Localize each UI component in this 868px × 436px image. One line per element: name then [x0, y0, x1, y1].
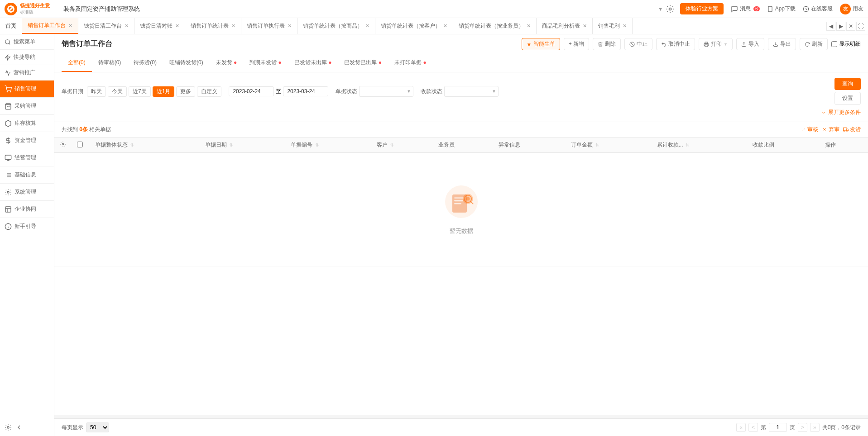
sidebar-item-inventory[interactable]: 库存核算	[0, 115, 54, 132]
tab-close-all[interactable]: ✕	[846, 22, 855, 31]
sort-amount-icon[interactable]: ⇅	[595, 142, 599, 147]
filter-tab-shipped-out[interactable]: 已发货已出库 ●	[338, 54, 388, 72]
date-btn-7days[interactable]: 近7天	[129, 86, 151, 97]
sidebar-item-sales[interactable]: 销售管理	[0, 81, 54, 98]
show-detail-checkbox[interactable]	[831, 41, 837, 47]
page-first-btn[interactable]: «	[736, 423, 746, 432]
sidebar-item-newbie[interactable]: 新手引导	[0, 218, 54, 235]
svg-rect-35	[844, 128, 847, 131]
sort-status-icon[interactable]: ⇅	[130, 142, 134, 147]
date-from-input[interactable]	[229, 86, 274, 96]
th-customer: 客户 ⇅	[371, 137, 433, 153]
import-btn[interactable]: 导入	[736, 38, 764, 50]
date-btn-yesterday[interactable]: 昨天	[87, 86, 106, 97]
page-size-select[interactable]: 50 100 200	[86, 422, 109, 432]
user-btn[interactable]: 友 用友	[840, 4, 863, 14]
app-download-btn[interactable]: App下载	[767, 5, 796, 13]
date-btn-today[interactable]: 今天	[108, 86, 127, 97]
cancel-stop-btn[interactable]: 取消中止	[656, 38, 695, 50]
tab-maximize[interactable]: ⛶	[856, 22, 865, 31]
tab-product-margin[interactable]: 商品毛利分析表 ✕	[537, 18, 593, 34]
sort-customer-icon[interactable]: ⇅	[390, 142, 393, 147]
filter-tab-expired-not-shipped[interactable]: 到期未发货 ●	[243, 54, 288, 72]
bottom-scroll[interactable]	[54, 415, 868, 418]
tab-cash-goods[interactable]: 钱货日清对账 ✕	[134, 18, 185, 34]
date-btn-1month[interactable]: 近1月	[153, 86, 175, 97]
ship-btn[interactable]: 发货	[843, 126, 861, 133]
sidebar-item-enterprise[interactable]: 企业协同	[0, 201, 54, 218]
payment-select[interactable]	[444, 86, 499, 97]
filter-tab-shipped-not-out[interactable]: 已发货未出库 ●	[288, 54, 338, 72]
delete-btn[interactable]: 删除	[593, 38, 621, 50]
tab-close-sales-gross[interactable]: ✕	[623, 23, 627, 29]
tab-close-cash-daily[interactable]: ✕	[125, 23, 129, 29]
tab-close-by-customer[interactable]: ✕	[443, 23, 447, 29]
filter-tab-pending-inspect[interactable]: 待拣货(0)	[127, 54, 163, 72]
tab-sales-gross[interactable]: 销售毛利 ✕	[593, 18, 633, 34]
sidebar-item-system[interactable]: 系统管理	[0, 184, 54, 201]
settings-btn[interactable]: 设置	[834, 92, 861, 105]
page-last-btn[interactable]: »	[810, 423, 820, 432]
status-select[interactable]	[359, 86, 413, 97]
page-prev-btn[interactable]: <	[748, 423, 758, 432]
expand-conditions-btn[interactable]: 展开更多条件	[821, 109, 861, 116]
tab-close-product-margin[interactable]: ✕	[583, 23, 587, 29]
message-btn[interactable]: 消息 6	[731, 5, 760, 13]
tab-sales-order-stats[interactable]: 销售订单统计表 ✕	[185, 18, 241, 34]
status-select-wrapper[interactable]	[359, 86, 413, 97]
online-service-btn[interactable]: 在线客服	[803, 5, 833, 13]
tab-close-by-staff[interactable]: ✕	[527, 23, 531, 29]
filter-tab-wangpu-pending[interactable]: 旺铺待发货(0)	[163, 54, 210, 72]
sidebar-settings-icon[interactable]	[5, 424, 12, 432]
payment-select-wrapper[interactable]	[444, 86, 499, 97]
page-number-input[interactable]	[769, 423, 787, 432]
tab-close-by-product[interactable]: ✕	[365, 23, 369, 29]
sidebar-item-operations[interactable]: 经营管理	[0, 149, 54, 166]
tab-close-cash-goods[interactable]: ✕	[175, 23, 179, 29]
date-btn-custom[interactable]: 自定义	[197, 86, 221, 97]
filter-tab-all[interactable]: 全部(0)	[62, 54, 92, 72]
sort-collected-icon[interactable]: ⇅	[686, 142, 689, 147]
settings-gear-icon[interactable]	[666, 5, 675, 14]
tab-sales-order-exec[interactable]: 销售订单执行表 ✕	[241, 18, 297, 34]
tab-close-sales-order-stats[interactable]: ✕	[231, 23, 235, 29]
tab-sales-order-workbench[interactable]: 销售订单工作台 ✕	[22, 18, 78, 34]
tab-close-sales-order[interactable]: ✕	[68, 23, 72, 28]
tab-sales-stats-by-staff[interactable]: 销货单统计表（按业务员） ✕	[453, 18, 537, 34]
new-btn[interactable]: + 新增	[564, 38, 589, 50]
tab-home[interactable]: 首页	[0, 18, 22, 34]
cancel-audit-btn[interactable]: 弃审	[822, 126, 839, 133]
industry-btn[interactable]: 体验行业方案	[680, 3, 724, 14]
sidebar-item-purchase[interactable]: 采购管理	[0, 98, 54, 115]
filter-tab-pending-review[interactable]: 待审核(0)	[92, 54, 128, 72]
refresh-btn[interactable]: 刷新	[800, 38, 828, 50]
audit-btn[interactable]: 审核	[801, 126, 818, 133]
date-btn-more[interactable]: 更多	[176, 86, 195, 97]
filter-tab-not-printed[interactable]: 未打印单据 ●	[388, 54, 433, 72]
tab-cash-daily[interactable]: 钱货日清工作台 ✕	[78, 18, 134, 34]
sort-date-icon[interactable]: ⇅	[229, 142, 233, 147]
th-checkbox[interactable]	[72, 137, 90, 153]
select-all-checkbox[interactable]	[77, 142, 83, 147]
page-next-btn[interactable]: >	[798, 423, 807, 432]
sidebar-item-finance[interactable]: 资金管理	[0, 132, 54, 149]
tab-sales-stats-by-product[interactable]: 销货单统计表（按商品） ✕	[297, 18, 375, 34]
smart-generate-btn[interactable]: ★ 智能生单	[522, 38, 560, 50]
stop-btn[interactable]: 中止	[624, 38, 652, 50]
tab-close-sales-order-exec[interactable]: ✕	[288, 23, 292, 29]
export-btn[interactable]: 导出	[768, 38, 796, 50]
sidebar-quick-nav[interactable]: 快捷导航	[0, 50, 54, 65]
print-btn[interactable]: 打印 ▼	[699, 38, 733, 50]
tab-scroll-prev[interactable]: ◀	[826, 22, 835, 31]
tab-scroll-next[interactable]: ▶	[836, 22, 845, 31]
sort-number-icon[interactable]: ⇅	[315, 142, 319, 147]
sidebar-marketing-promo[interactable]: 营销推广	[0, 65, 54, 81]
tab-sales-stats-by-customer[interactable]: 销货单统计表（按客户） ✕	[375, 18, 453, 34]
sidebar-collapse-icon[interactable]	[15, 424, 23, 432]
filter-tab-not-shipped[interactable]: 未发货 ●	[210, 54, 244, 72]
sidebar-item-basic-info[interactable]: 基础信息	[0, 166, 54, 184]
sidebar-search-menu[interactable]: 搜索菜单	[0, 34, 54, 50]
print-dropdown-arrow[interactable]: ▼	[724, 42, 728, 47]
date-to-input[interactable]	[283, 86, 328, 96]
query-btn[interactable]: 查询	[834, 78, 861, 90]
